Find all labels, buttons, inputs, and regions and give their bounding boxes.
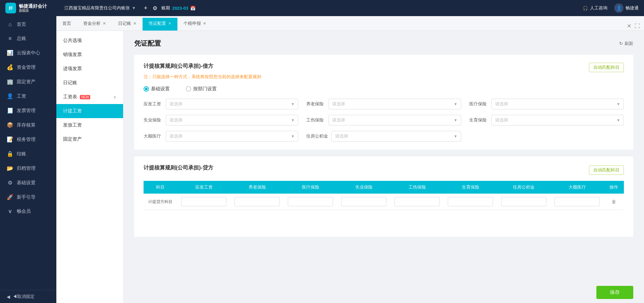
td-maternity-input[interactable] <box>444 194 497 210</box>
td-pension-input[interactable] <box>230 194 284 210</box>
company-selector[interactable]: 江西服宝精品有限责任公司内账张 ▼ <box>64 5 136 11</box>
left-nav-payroll-table[interactable]: 工资表 NEW ∨ <box>56 90 123 104</box>
sidebar-item-ledger[interactable]: ≡ 总账 <box>0 32 56 46</box>
left-nav-journal-label: 日记账 <box>63 80 77 86</box>
left-nav-public-label: 公共选项 <box>63 38 82 44</box>
input-credit-medical[interactable] <box>288 197 333 206</box>
tab-journal[interactable]: 日记账 ✕ <box>112 18 143 31</box>
new-badge: NEW <box>80 95 90 99</box>
sidebar-item-tax[interactable]: 📝 税务管理 <box>0 132 56 147</box>
select-work-injury[interactable]: 请选择 ▼ <box>328 115 461 125</box>
save-bar: 保存 <box>586 282 644 303</box>
input-credit-pension[interactable] <box>234 197 280 206</box>
sidebar-item-home[interactable]: ⌂ 首页 <box>0 17 56 32</box>
td-housing-fund-input[interactable] <box>497 194 550 210</box>
sidebar-item-reports[interactable]: 📊 云报表中心 <box>0 46 56 60</box>
save-button[interactable]: 保存 <box>596 286 633 299</box>
sidebar-label-archive: 归档管理 <box>17 165 36 171</box>
td-unemployment-input[interactable] <box>337 194 390 210</box>
th-work-injury: 工伤保险 <box>390 181 444 194</box>
input-credit-maternity[interactable] <box>448 197 493 206</box>
input-credit-large-medical[interactable] <box>554 197 600 206</box>
user-info[interactable]: 👤 畅捷通 <box>614 3 639 13</box>
settings-button[interactable]: ⚙ <box>153 5 157 11</box>
expand-view-button[interactable]: ⛶ <box>635 23 640 29</box>
auto-match-debit-button[interactable]: 自动匹配科目 <box>589 63 624 72</box>
sidebar-item-archive[interactable]: 📂 归档管理 <box>0 161 56 175</box>
sidebar-item-invoices[interactable]: 🧾 发票管理 <box>0 103 56 118</box>
select-housing-fund[interactable]: 请选择 ▼ <box>331 131 461 142</box>
select-pension-arrow-icon: ▼ <box>454 102 458 106</box>
form-item-unemployment: 失业保险 请选择 ▼ <box>144 115 298 125</box>
consult-btn[interactable]: 🎧 人工咨询 <box>583 5 607 11</box>
tab-funds-close-icon[interactable]: ✕ <box>103 21 106 26</box>
sidebar-item-inventory[interactable]: 📦 库存核算 <box>0 118 56 132</box>
td-work-injury-input[interactable] <box>390 194 444 210</box>
input-credit-work-injury[interactable] <box>394 197 440 206</box>
td-salary-input[interactable] <box>177 194 230 210</box>
td-large-medical-input[interactable] <box>550 194 604 210</box>
select-work-injury-placeholder: 请选择 <box>332 117 345 123</box>
sidebar-item-closing[interactable]: 🔒 结账 <box>0 147 56 161</box>
tab-tax-filing[interactable]: 个税申报 ✕ <box>177 18 212 31</box>
select-medical[interactable]: 请选择 ▼ <box>491 99 624 109</box>
sidebar-label-guide: 新手引导 <box>17 194 36 200</box>
tab-tax-close-icon[interactable]: ✕ <box>203 21 206 26</box>
left-nav-accrual-salary[interactable]: 计提工资 <box>56 104 123 118</box>
cancel-fixed-label: ◀取消固定 <box>13 294 35 300</box>
td-medical-input[interactable] <box>284 194 337 210</box>
refresh-button[interactable]: ↻ 刷新 <box>619 41 633 47</box>
sidebar-label-closing: 结账 <box>17 151 26 157</box>
period-selector[interactable]: 账期 2023-03 📅 <box>161 5 196 11</box>
select-salary[interactable]: 请选择 ▼ <box>166 99 298 109</box>
left-nav-purchase-invoice[interactable]: 进项发票 <box>56 62 123 76</box>
sidebar-item-member[interactable]: V 畅会员 <box>0 204 56 218</box>
sidebar-item-guide[interactable]: 🚀 新手引导 <box>0 190 56 204</box>
tab-home[interactable]: 首页 <box>56 18 77 31</box>
sidebar-item-settings[interactable]: ⚙ 基础设置 <box>0 175 56 190</box>
tab-voucher-config[interactable]: 凭证配置 ✕ <box>143 18 177 31</box>
close-all-tabs-button[interactable]: ✕ <box>627 23 631 29</box>
form-item-pension: 养老保险 请选择 ▼ <box>306 99 461 109</box>
select-pension[interactable]: 请选择 ▼ <box>328 99 461 109</box>
form-item-work-injury: 工伤保险 请选择 ▼ <box>306 115 461 125</box>
select-unemployment[interactable]: 请选择 ▼ <box>166 115 298 125</box>
radio-basic[interactable]: 基础设置 <box>144 86 170 92</box>
auto-match-credit-button[interactable]: 自动匹配科目 <box>589 165 624 175</box>
member-icon: V <box>7 209 13 214</box>
input-credit-unemployment[interactable] <box>341 197 386 206</box>
sidebar-item-assets[interactable]: 🏢 固定资产 <box>0 74 56 89</box>
sidebar-item-salary[interactable]: 👤 工资 <box>0 89 56 103</box>
form-label-pension: 养老保险 <box>306 101 325 107</box>
td-action[interactable]: 🗑 <box>604 194 624 210</box>
salary-icon: 👤 <box>7 93 13 99</box>
left-nav-journal[interactable]: 日记账 <box>56 76 123 90</box>
radio-group: 基础设置 按部门设置 <box>144 86 624 92</box>
sidebar-item-funds[interactable]: 💰 资金管理 <box>0 60 56 74</box>
select-large-medical[interactable]: 请选择 ▼ <box>166 131 298 142</box>
sidebar-label-settings: 基础设置 <box>17 180 36 186</box>
th-salary: 应发工资 <box>177 181 230 194</box>
left-nav-fixed-assets[interactable]: 固定资产 <box>56 132 123 146</box>
th-large-medical: 大额医疗 <box>550 181 604 194</box>
tab-funds-analysis[interactable]: 资金分析 ✕ <box>77 18 112 31</box>
top-bar-right: 🎧 人工咨询 👤 畅捷通 <box>583 3 639 13</box>
left-nav-public[interactable]: 公共选项 <box>56 34 123 48</box>
left-nav-sales-invoice[interactable]: 销项发票 <box>56 48 123 62</box>
radio-department[interactable]: 按部门设置 <box>186 86 217 92</box>
delete-icon[interactable]: 🗑 <box>611 199 616 204</box>
add-button[interactable]: + <box>144 5 148 12</box>
section-debit: 计提核算规则(公司承担)-借方 注：只能选择一种方式，系统将按照您当前的选择来配… <box>134 55 633 150</box>
input-credit-salary[interactable] <box>181 197 226 206</box>
th-subject: 科目 <box>144 181 177 194</box>
select-maternity[interactable]: 请选择 ▼ <box>491 115 624 125</box>
tab-voucher-close-icon[interactable]: ✕ <box>168 21 171 26</box>
main-layout: ⌂ 首页 ≡ 总账 📊 云报表中心 💰 资金管理 🏢 固定资产 👤 工资 🧾 发… <box>0 16 644 303</box>
tab-journal-close-icon[interactable]: ✕ <box>133 21 137 26</box>
cancel-fixed-btn[interactable]: ◀ ◀取消固定 <box>0 290 56 303</box>
left-nav-pay-salary[interactable]: 发放工资 <box>56 118 123 132</box>
input-credit-housing-fund[interactable] <box>501 197 546 206</box>
top-bar-actions: + ⚙ <box>144 5 158 12</box>
content-area: 首页 资金分析 ✕ 日记账 ✕ 凭证配置 ✕ 个税申报 ✕ ✕ ⛶ <box>56 16 644 303</box>
sidebar-label-funds: 资金管理 <box>17 64 36 70</box>
